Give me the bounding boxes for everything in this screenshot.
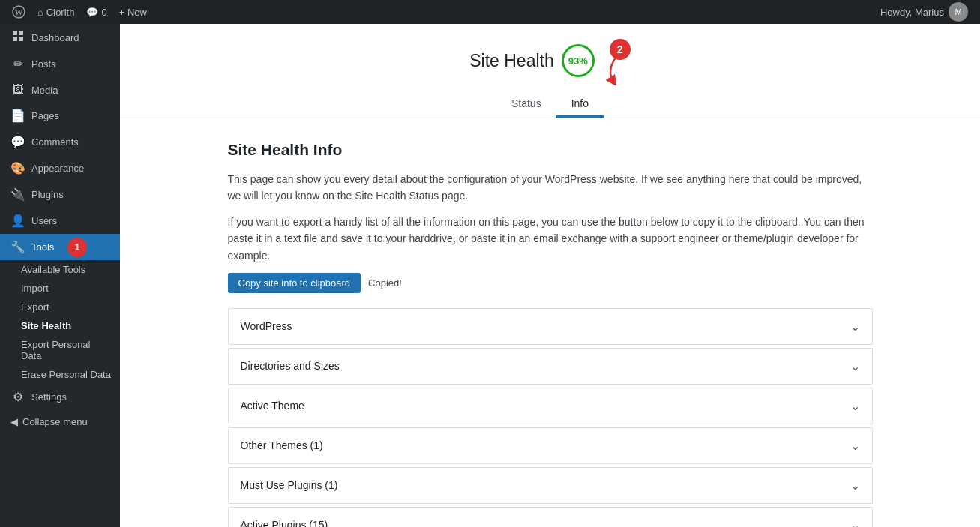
layout: Dashboard ✏ Posts 🖼 Media 📄 Pages 💬 Comm… <box>0 24 980 527</box>
topbar-site-name[interactable]: ⌂ Clorith <box>31 7 80 18</box>
accordion-header-other-themes[interactable]: Other Themes (1) ⌄ <box>229 428 872 463</box>
sidebar-item-comments[interactable]: 💬 Comments <box>0 129 120 155</box>
topbar-howdy: Howdy, Marius M <box>874 2 974 22</box>
description-1: This page can show you every detail abou… <box>228 171 873 205</box>
collapse-icon: ◀ <box>10 416 18 427</box>
sidebar-sub-export-personal[interactable]: Export Personal Data <box>0 335 120 365</box>
tools-submenu: Available Tools Import Export Site Healt… <box>0 260 120 384</box>
chevron-down-icon: ⌄ <box>850 319 860 334</box>
sidebar: Dashboard ✏ Posts 🖼 Media 📄 Pages 💬 Comm… <box>0 24 120 527</box>
topbar-comments[interactable]: 💬 0 <box>80 7 112 18</box>
copy-btn-row: Copy site info to clipboard Copied! <box>228 273 873 293</box>
accordion-must-use: Must Use Plugins (1) ⌄ <box>228 467 873 504</box>
title-row: Site Health 93% 2 <box>120 39 980 82</box>
tools-icon: 🔧 <box>10 240 25 254</box>
accordion-header-active-plugins[interactable]: Active Plugins (15) ⌄ <box>229 508 872 527</box>
sidebar-item-pages[interactable]: 📄 Pages <box>0 103 120 129</box>
dashboard-icon <box>10 30 25 45</box>
sidebar-item-users[interactable]: 👤 Users <box>0 208 120 234</box>
collapse-menu[interactable]: ◀ Collapse menu <box>0 410 120 433</box>
accordion-header-directories[interactable]: Directories and Sizes ⌄ <box>229 349 872 384</box>
sidebar-item-appearance[interactable]: 🎨 Appearance <box>0 155 120 181</box>
copied-feedback: Copied! <box>368 277 402 289</box>
description-2: If you want to export a handy list of al… <box>228 214 873 264</box>
content-area: Site Health 93% 2 <box>120 24 980 527</box>
chevron-down-icon: ⌄ <box>850 359 860 373</box>
sidebar-item-posts[interactable]: ✏ Posts <box>0 51 120 77</box>
topbar-new[interactable]: + New <box>113 7 153 18</box>
sidebar-item-dashboard[interactable]: Dashboard <box>0 24 120 51</box>
page-title: Site Health <box>469 51 554 71</box>
accordion-header-active-theme[interactable]: Active Theme ⌄ <box>229 388 872 424</box>
media-icon: 🖼 <box>10 83 25 97</box>
sidebar-sub-available-tools[interactable]: Available Tools <box>0 260 120 279</box>
users-icon: 👤 <box>10 214 25 228</box>
chevron-down-icon: ⌄ <box>850 478 860 493</box>
svg-rect-4 <box>13 37 17 41</box>
appearance-icon: 🎨 <box>10 161 25 175</box>
accordion-directories: Directories and Sizes ⌄ <box>228 348 873 385</box>
pages-icon: 📄 <box>10 109 25 123</box>
site-health-tabs: Status Info <box>120 91 980 118</box>
accordion-active-theme: Active Theme ⌄ <box>228 388 873 424</box>
accordion-other-themes: Other Themes (1) ⌄ <box>228 427 873 464</box>
plugins-icon: 🔌 <box>10 187 25 202</box>
tab-status[interactable]: Status <box>496 91 556 118</box>
info-content: Site Health Info This page can show you … <box>213 118 888 527</box>
sidebar-sub-erase-personal[interactable]: Erase Personal Data <box>0 365 120 384</box>
chevron-down-icon: ⌄ <box>850 518 860 527</box>
accordion-header-wordpress[interactable]: WordPress ⌄ <box>229 309 872 344</box>
topbar: W ⌂ Clorith 💬 0 + New Howdy, Marius M <box>0 0 980 24</box>
annotation-arrow <box>602 55 640 85</box>
section-title: Site Health Info <box>228 141 873 159</box>
svg-rect-3 <box>19 31 23 35</box>
comment-icon: 💬 <box>86 7 98 18</box>
sidebar-item-settings[interactable]: ⚙ Settings <box>0 384 120 410</box>
chevron-down-icon: ⌄ <box>850 399 860 413</box>
svg-text:W: W <box>15 7 23 16</box>
posts-icon: ✏ <box>10 57 25 71</box>
sidebar-sub-import[interactable]: Import <box>0 279 120 298</box>
svg-rect-5 <box>19 37 23 41</box>
sidebar-item-tools[interactable]: 🔧 Tools <box>0 234 120 260</box>
sidebar-sub-site-health[interactable]: Site Health <box>0 316 120 335</box>
health-score-circle: 93% <box>562 44 595 77</box>
settings-icon: ⚙ <box>10 390 25 404</box>
accordion-header-must-use[interactable]: Must Use Plugins (1) ⌄ <box>229 468 872 503</box>
sidebar-item-media[interactable]: 🖼 Media <box>0 77 120 103</box>
site-health-header: Site Health 93% 2 <box>120 24 980 118</box>
avatar: M <box>949 2 968 22</box>
wp-logo[interactable]: W <box>6 5 31 19</box>
main-content: Site Health 93% 2 <box>120 24 980 527</box>
accordion-wordpress: WordPress ⌄ <box>228 308 873 345</box>
comments-icon: 💬 <box>10 135 25 149</box>
sidebar-item-plugins[interactable]: 🔌 Plugins <box>0 181 120 208</box>
annotation-badge-1: 1 <box>67 238 87 257</box>
home-icon: ⌂ <box>37 7 43 18</box>
svg-rect-2 <box>13 31 17 35</box>
chevron-down-icon: ⌄ <box>850 439 860 453</box>
annotation-2-container: 2 <box>610 39 631 82</box>
tab-info[interactable]: Info <box>556 91 604 118</box>
accordion-active-plugins: Active Plugins (15) ⌄ <box>228 507 873 527</box>
sidebar-sub-export[interactable]: Export <box>0 298 120 316</box>
copy-site-info-button[interactable]: Copy site info to clipboard <box>228 273 361 293</box>
